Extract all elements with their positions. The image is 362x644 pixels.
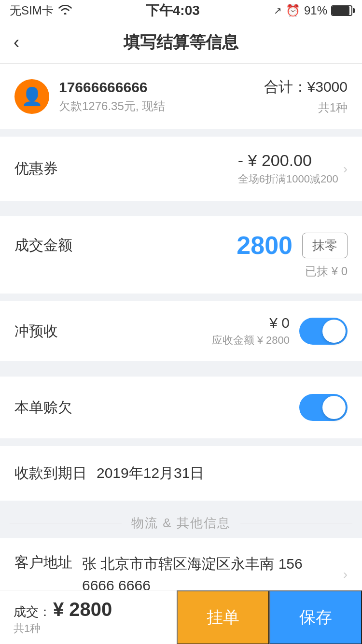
nav-bar: ‹ 填写结算等信息	[0, 21, 362, 64]
bottom-count: 共1种	[14, 621, 163, 636]
due-date-value: 2019年12月31日	[97, 463, 204, 483]
credit-toggle-circle	[322, 396, 346, 419]
amount-sub: 已抹 ¥ 0	[14, 264, 348, 279]
logistics-title: 物流 & 其他信息	[131, 515, 231, 532]
coupon-description: 全场6折满1000减200	[238, 172, 338, 186]
logistics-divider: 物流 & 其他信息	[0, 508, 362, 537]
bottom-bar: 成交： ¥ 2800 共1种 挂单 保存	[0, 590, 362, 644]
amount-label: 成交金额	[14, 236, 72, 255]
credit-label: 本单赊欠	[14, 398, 72, 418]
location-icon: ↗	[274, 5, 282, 16]
coupon-label: 优惠券	[14, 159, 58, 179]
coupon-row[interactable]: 优惠券 - ¥ 200.00 全场6折满1000减200 ›	[0, 137, 362, 201]
amount-section: 成交金额 2800 抹零 已抹 ¥ 0	[0, 216, 362, 294]
alarm-icon: ⏰	[286, 4, 300, 17]
address-label: 客户地址	[14, 553, 72, 573]
customer-debt: 欠款1276.35元, 现结	[59, 98, 165, 114]
prepay-row: 冲预收 ¥ 0 应收金额 ¥ 2800	[0, 301, 362, 361]
customer-info: 17666666666 欠款1276.35元, 现结	[59, 79, 165, 114]
due-label: 收款到期日	[14, 463, 87, 483]
address-chevron-icon: ›	[343, 567, 348, 582]
save-button[interactable]: 保存	[269, 590, 362, 644]
bottom-summary: 成交： ¥ 2800 共1种	[0, 599, 177, 636]
back-button[interactable]: ‹	[14, 32, 19, 53]
content: 👤 17666666666 欠款1276.35元, 现结 合计：¥3000 共1…	[0, 64, 362, 644]
status-right: ↗ ⏰ 91%	[274, 4, 352, 17]
prepay-toggle[interactable]	[299, 318, 348, 345]
bottom-price: ¥ 2800	[53, 599, 112, 620]
bottom-deal-label: 成交：	[14, 603, 51, 620]
status-time: 下午4:03	[146, 1, 200, 20]
customer-phone: 17666666666	[59, 79, 165, 96]
wifi-icon	[58, 4, 72, 17]
coupon-chevron-icon: ›	[343, 161, 348, 177]
prepay-description: 应收金额 ¥ 2800	[212, 333, 290, 348]
prepay-value: ¥ 0	[212, 315, 290, 331]
gray-divider-2	[0, 369, 362, 377]
pending-button[interactable]: 挂单	[177, 590, 269, 644]
gray-divider	[0, 209, 362, 216]
status-left: 无SIM卡	[10, 3, 72, 18]
customer-right: 合计：¥3000 共1种	[264, 77, 348, 115]
carrier-text: 无SIM卡	[10, 3, 54, 18]
avatar-icon: 👤	[21, 86, 43, 107]
battery-percent: 91%	[304, 4, 327, 17]
toggle-circle	[322, 320, 346, 343]
prepay-label: 冲预收	[14, 322, 58, 341]
customer-card: 👤 17666666666 欠款1276.35元, 现结 合计：¥3000 共1…	[0, 64, 362, 129]
amount-value: 2800	[237, 231, 292, 260]
total-count: 共1种	[264, 100, 348, 115]
avatar: 👤	[14, 79, 49, 114]
battery-icon	[331, 5, 352, 16]
page-title: 填写结算等信息	[124, 31, 238, 54]
status-bar: 无SIM卡 下午4:03 ↗ ⏰ 91%	[0, 0, 362, 21]
credit-toggle[interactable]	[299, 394, 348, 421]
coupon-discount: - ¥ 200.00	[238, 151, 338, 170]
round-button[interactable]: 抹零	[302, 233, 348, 258]
total-price: 合计：¥3000	[264, 77, 348, 97]
credit-section: 本单赊欠	[0, 377, 362, 438]
due-date-section: 收款到期日 2019年12月31日	[0, 446, 362, 501]
